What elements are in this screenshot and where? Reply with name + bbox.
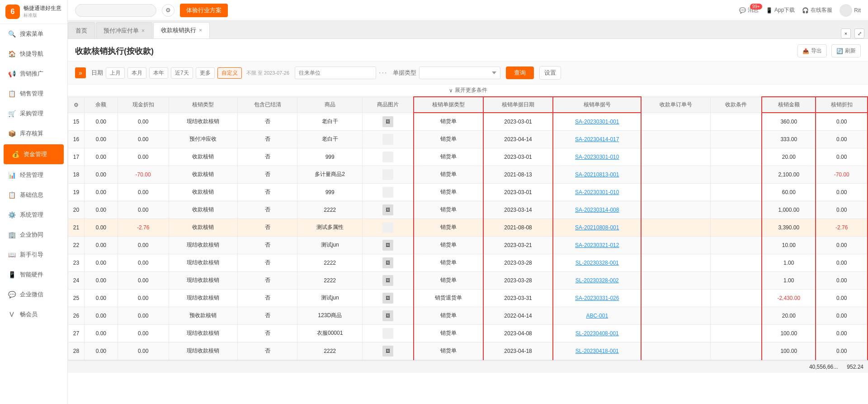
sidebar-item-member[interactable]: V 畅会员: [0, 304, 67, 324]
sidebar-item-system[interactable]: ⚙️ 系统管理: [0, 205, 67, 225]
row-voucher-no[interactable]: SA-20210808-001: [553, 219, 641, 236]
row-voucher-date: 2021-08-08: [483, 219, 553, 236]
total-write-off-amount: 40,556,66...: [809, 364, 838, 370]
row-voucher-no[interactable]: SL-20230408-001: [553, 324, 641, 342]
row-write-off-amount: 20.00: [762, 148, 816, 166]
date-btn-7days[interactable]: 近7天: [171, 67, 193, 79]
row-balance: 0.00: [85, 289, 118, 307]
row-write-off-discount: 0.00: [816, 183, 868, 201]
tab-close-all-btn[interactable]: ×: [841, 29, 851, 38]
sidebar-item-wechat[interactable]: 💬 企业微信: [0, 285, 67, 304]
tab-prepay-close[interactable]: ×: [142, 28, 145, 34]
date-btn-this-month[interactable]: 本月: [127, 67, 146, 79]
sidebar-label-system: 系统管理: [20, 211, 43, 219]
tab-expand-btn[interactable]: ⤢: [854, 29, 864, 38]
sidebar-item-marketing[interactable]: 📢 营销推广: [0, 64, 67, 84]
row-order-no: [641, 236, 710, 254]
table-row: 21 0.00 -2.76 收款核销 否 测试多属性 销货单 2021-08-0…: [68, 219, 868, 236]
service-btn[interactable]: 🎧 在线客服: [802, 6, 832, 14]
user-avatar: [840, 4, 852, 17]
notification-btn[interactable]: 💬 消息 99+: [739, 6, 759, 14]
row-write-off-amount: 1.00: [762, 254, 816, 271]
settings-icon[interactable]: ⚙: [162, 4, 175, 17]
user-menu[interactable]: Rit: [840, 4, 861, 17]
sidebar-item-search[interactable]: 🔍 搜索菜单: [0, 24, 67, 44]
sidebar-item-sales[interactable]: 📋 销售管理: [0, 84, 67, 104]
row-product-img: [362, 130, 414, 148]
row-voucher-no[interactable]: ABC-001: [553, 307, 641, 324]
row-voucher-no[interactable]: SA-20230314-008: [553, 201, 641, 219]
refresh-btn[interactable]: 🔄 刷新: [831, 44, 861, 57]
data-table: ⚙ 余额 现金折扣 核销类型 包含已结清 商品 商品图片 核销单据类型 核销单据…: [68, 96, 868, 360]
partner-dots[interactable]: ···: [379, 69, 387, 77]
sidebar-label-guide: 新手引导: [20, 251, 43, 259]
row-voucher-no[interactable]: SA-20230321-012: [553, 236, 641, 254]
row-write-off-discount: 0.00: [816, 236, 868, 254]
tab-home[interactable]: 首页: [68, 22, 95, 38]
row-voucher-date: 2023-03-01: [483, 148, 553, 166]
sidebar-item-inventory[interactable]: 📦 库存核算: [0, 124, 67, 143]
col-include-settled: 包含已结清: [237, 97, 297, 113]
row-voucher-no[interactable]: SA-20230331-026: [553, 289, 641, 307]
date-btn-more[interactable]: 更多: [196, 67, 215, 79]
sidebar-item-basic[interactable]: 📋 基础信息: [0, 185, 67, 205]
sidebar-item-purchase[interactable]: 🛒 采购管理: [0, 104, 67, 124]
table-row: 18 0.00 -70.00 收款核销 否 多计量商品2 销货单 2021-08…: [68, 166, 868, 183]
row-write-off-amount: 10.00: [762, 236, 816, 254]
row-voucher-no[interactable]: SA-20210813-001: [553, 166, 641, 183]
table-row: 19 0.00 0.00 收款核销 否 999 销货单 2023-03-01 S…: [68, 183, 868, 201]
filter-setting-btn[interactable]: 设置: [539, 66, 561, 80]
row-voucher-date: 2023-03-28: [483, 254, 553, 271]
expand-more-btn[interactable]: ∨ 展开更多条件: [449, 86, 487, 94]
col-write-off-discount: 核销折扣: [816, 97, 868, 113]
row-voucher-no[interactable]: SL-20230418-001: [553, 342, 641, 360]
row-voucher-no[interactable]: SL-20230328-001: [553, 254, 641, 271]
date-btn-custom[interactable]: 自定义: [217, 67, 242, 79]
service-icon: 🎧: [802, 7, 809, 14]
sidebar-label-marketing: 营销推广: [20, 70, 43, 78]
industry-btn[interactable]: 体验行业方案: [180, 4, 228, 17]
table-row: 23 0.00 0.00 现结收款核销 否 2222 🖼 销货单 2023-03…: [68, 254, 868, 271]
tab-collection[interactable]: 收款核销执行 ×: [153, 22, 210, 38]
row-product-img: [362, 166, 414, 183]
date-btn-last-month[interactable]: 上月: [106, 67, 125, 79]
row-product: 多计量商品2: [297, 166, 363, 183]
app-download-btn[interactable]: 📱 App下载: [766, 6, 795, 14]
voucher-type-select[interactable]: [419, 67, 500, 79]
sidebar-item-finance[interactable]: 💰 资金管理: [4, 144, 64, 164]
sidebar-item-quick-nav[interactable]: 🏠 快捷导航: [0, 44, 67, 64]
row-write-off-amount: 100.00: [762, 324, 816, 342]
row-voucher-no[interactable]: SL-20230328-002: [553, 271, 641, 289]
tab-prepay[interactable]: 预付冲应付单 ×: [96, 22, 152, 38]
row-voucher-no[interactable]: SA-20230301-010: [553, 183, 641, 201]
sidebar-item-operation[interactable]: 📊 经营管理: [0, 165, 67, 185]
row-voucher-no[interactable]: SA-20230414-017: [553, 130, 641, 148]
sidebar-label-smart-hw: 智能硬件: [20, 271, 43, 279]
row-voucher-no[interactable]: SA-20230301-010: [553, 148, 641, 166]
tab-collection-close[interactable]: ×: [199, 27, 202, 33]
tab-prepay-label: 预付冲应付单: [104, 27, 139, 35]
export-btn[interactable]: 📤 导出: [797, 44, 827, 57]
filter-partner-group: ···: [295, 67, 387, 79]
query-btn[interactable]: 查询: [506, 67, 534, 79]
row-include-settled: 否: [237, 219, 297, 236]
row-condition: [711, 271, 762, 289]
row-include-settled: 否: [237, 289, 297, 307]
row-product: 测试多属性: [297, 219, 363, 236]
row-num: 20: [68, 201, 85, 219]
row-voucher-no[interactable]: SA-20230301-001: [553, 113, 641, 130]
row-product: 2222: [297, 201, 363, 219]
row-order-no: [641, 148, 710, 166]
col-voucher-date: 核销单据日期: [483, 97, 553, 113]
col-gear[interactable]: ⚙: [68, 97, 85, 113]
row-include-settled: 否: [237, 166, 297, 183]
sidebar-item-enterprise[interactable]: 🏢 企业协同: [0, 225, 67, 245]
date-btn-this-year[interactable]: 本年: [149, 67, 168, 79]
filter-expand-btn[interactable]: »: [75, 67, 86, 78]
partner-input[interactable]: [295, 67, 376, 79]
col-write-off-type: 核销类型: [169, 97, 237, 113]
sidebar-item-guide[interactable]: 📖 新手引导: [0, 245, 67, 265]
search-input[interactable]: [75, 4, 156, 17]
export-label: 导出: [811, 47, 822, 55]
sidebar-item-smart-hw[interactable]: 📱 智能硬件: [0, 265, 67, 285]
